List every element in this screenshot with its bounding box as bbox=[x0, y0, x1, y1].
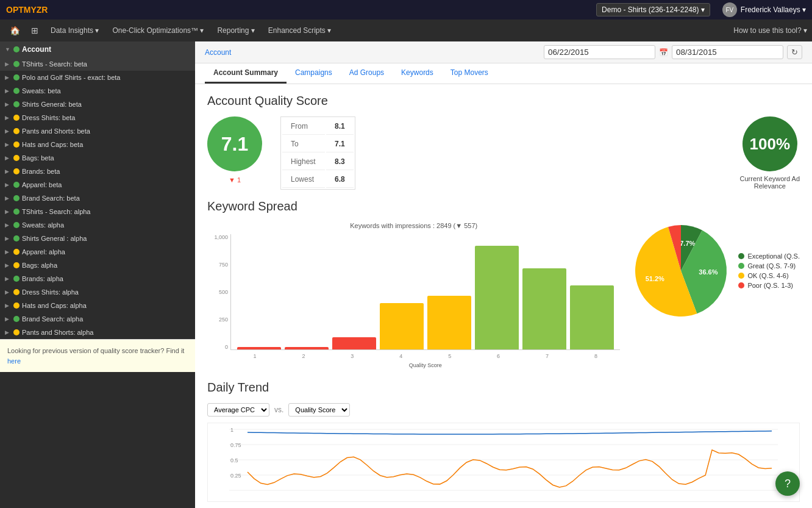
tab-account-summary[interactable]: Account Summary bbox=[205, 63, 287, 84]
tab-top-movers[interactable]: Top Movers bbox=[442, 63, 497, 84]
bar bbox=[380, 303, 424, 350]
trend-metric2-select[interactable]: Quality Score bbox=[288, 403, 350, 417]
chart-title: Keywords with impressions : 2849 (▼ 557) bbox=[207, 222, 620, 229]
legend-color bbox=[738, 282, 744, 288]
sidebar-item[interactable]: ▶ Dress Shirts: alpha bbox=[0, 285, 195, 299]
qs-number: 7.1 bbox=[221, 133, 248, 156]
pie-legend: Exceptional (Q.S. Great (Q.S. 7-9) OK (Q… bbox=[738, 252, 800, 289]
expand-arrow: ▶ bbox=[5, 302, 11, 309]
expand-arrow: ▶ bbox=[5, 182, 11, 188]
y-label: 1 bbox=[230, 427, 233, 433]
sidebar-item[interactable]: ▶ Sweats: alpha bbox=[0, 218, 195, 232]
note-link[interactable]: here bbox=[7, 357, 21, 365]
sidebar-item-label: Brand Search: alpha bbox=[22, 315, 83, 323]
campaign-status-dot bbox=[13, 168, 20, 174]
qs-relevance: 100% Current Keyword Ad Relevance bbox=[740, 116, 800, 190]
date-to-input[interactable] bbox=[672, 45, 783, 59]
sidebar-item[interactable]: ▶ Brands: alpha bbox=[0, 272, 195, 285]
expand-arrow: ▶ bbox=[5, 115, 11, 121]
x-axis-labels: 12345678 bbox=[230, 353, 620, 359]
refresh-button[interactable]: ↻ bbox=[787, 45, 802, 59]
trend-metric1-select[interactable]: Average CPC bbox=[207, 403, 269, 417]
campaign-status-dot bbox=[13, 101, 20, 107]
qs-value: 8.3 bbox=[326, 154, 354, 170]
sidebar-item[interactable]: ▶ Hats and Caps: beta bbox=[0, 138, 195, 151]
sidebar-item-label: TShirts - Search: beta bbox=[22, 60, 87, 68]
legend-label: OK (Q.S. 4-6) bbox=[747, 272, 788, 279]
qs-table-row: Highest8.3 bbox=[282, 154, 354, 170]
campaign-status-dot bbox=[13, 329, 20, 335]
main-layout: ▼ Account ▶ TShirts - Search: beta▶ Polo… bbox=[0, 41, 812, 508]
sidebar-item[interactable]: ▶ Hats and Caps: alpha bbox=[0, 299, 195, 312]
sidebar-item[interactable]: ▶ Sweats: beta bbox=[0, 84, 195, 98]
sidebar-item[interactable]: ▶ TShirts - Search: alpha bbox=[0, 205, 195, 218]
sidebar-item[interactable]: ▶ Bags: alpha bbox=[0, 259, 195, 272]
nav-help[interactable]: How to use this tool? ▾ bbox=[733, 26, 807, 35]
home-icon[interactable]: 🏠 bbox=[5, 26, 25, 35]
sidebar-item[interactable]: ▶ Bags: beta bbox=[0, 151, 195, 165]
sidebar-item-label: Shirts General: beta bbox=[22, 101, 82, 108]
avatar: FV bbox=[722, 2, 737, 17]
campaign-status-dot bbox=[13, 195, 20, 201]
user-name[interactable]: Frederick Vallaeys ▾ bbox=[741, 5, 806, 14]
legend-color bbox=[738, 273, 744, 279]
user-info: FV Frederick Vallaeys ▾ bbox=[722, 2, 806, 17]
sidebar-item-label: Apparel: beta bbox=[22, 181, 62, 188]
y-label: 0.75 bbox=[230, 442, 241, 448]
sidebar-item[interactable]: ▶ Pants and Shorts: alpha bbox=[0, 326, 195, 339]
qs-change: ▼ 1 bbox=[229, 176, 241, 184]
legend-color bbox=[738, 253, 744, 259]
sidebar-item-label: Bags: alpha bbox=[22, 262, 57, 269]
sidebar-item-label: Bags: beta bbox=[22, 154, 54, 162]
grid-icon[interactable]: ⊞ bbox=[26, 26, 43, 35]
campaign-status-dot bbox=[13, 141, 20, 148]
sidebar-item-label: TShirts - Search: alpha bbox=[22, 208, 91, 215]
demo-selector[interactable]: Demo - Shirts (236-124-2248) ▾ bbox=[596, 3, 710, 16]
expand-arrow: ▶ bbox=[5, 276, 11, 282]
tab-keywords[interactable]: Keywords bbox=[393, 63, 442, 84]
campaign-status-dot bbox=[13, 88, 20, 94]
pie-chart-area: 7.7%36.6%51.2% Exceptional (Q.S. Great (… bbox=[632, 222, 800, 320]
campaign-status-dot bbox=[13, 235, 20, 241]
trend-line-path bbox=[248, 431, 772, 434]
daily-trend-section: Daily Trend Average CPC vs. Quality Scor… bbox=[195, 378, 812, 508]
campaign-status-dot bbox=[13, 262, 20, 268]
nav-one-click[interactable]: One-Click Optimizations™ ▾ bbox=[106, 20, 210, 41]
chat-button[interactable]: ? bbox=[775, 471, 800, 496]
sidebar-item[interactable]: ▶ Shirts General: beta bbox=[0, 98, 195, 111]
sidebar-item[interactable]: ▶ Polo and Golf Shirts - exact: beta bbox=[0, 71, 195, 84]
expand-arrow: ▶ bbox=[5, 101, 11, 107]
sidebar-item-label: Polo and Golf Shirts - exact: beta bbox=[22, 74, 120, 81]
tab-campaigns[interactable]: Campaigns bbox=[287, 63, 341, 84]
tab-ad-groups[interactable]: Ad Groups bbox=[341, 63, 393, 84]
campaign-status-dot bbox=[13, 182, 20, 188]
sidebar-item[interactable]: ▶ Apparel: alpha bbox=[0, 245, 195, 259]
date-from-input[interactable] bbox=[544, 45, 655, 59]
bar bbox=[285, 347, 329, 349]
qs-circle: 7.1 bbox=[207, 116, 262, 171]
expand-arrow: ▶ bbox=[5, 74, 11, 80]
qs-table-row: From8.1 bbox=[282, 118, 354, 135]
expand-arrow: ▶ bbox=[5, 168, 11, 174]
sidebar-item[interactable]: ▶ Shirts General : alpha bbox=[0, 232, 195, 245]
nav-reporting[interactable]: Reporting ▾ bbox=[211, 20, 260, 41]
sidebar-item[interactable]: ▶ Brand Search: alpha bbox=[0, 312, 195, 326]
nav-enhanced-scripts[interactable]: Enhanced Scripts ▾ bbox=[262, 20, 337, 41]
qs-label: From bbox=[282, 118, 325, 135]
sidebar-item[interactable]: ▶ Dress Shirts: beta bbox=[0, 111, 195, 124]
sidebar-item[interactable]: ▶ Apparel: beta bbox=[0, 178, 195, 191]
legend-item: Great (Q.S. 7-9) bbox=[738, 262, 800, 270]
sidebar-item[interactable]: ▶ Pants and Shorts: beta bbox=[0, 124, 195, 138]
expand-arrow: ▶ bbox=[5, 155, 11, 161]
pie-label: 51.2% bbox=[646, 275, 664, 282]
sidebar-item[interactable]: ▶ TShirts - Search: beta bbox=[0, 57, 195, 71]
relevance-circle: 100% bbox=[743, 116, 797, 171]
pie-chart-svg: 7.7%36.6%51.2% bbox=[632, 222, 730, 320]
qs-label: To bbox=[282, 136, 325, 152]
nav-data-insights[interactable]: Data Insights ▾ bbox=[45, 20, 105, 41]
legend-item: Poor (Q.S. 1-3) bbox=[738, 282, 800, 289]
legend-label: Poor (Q.S. 1-3) bbox=[747, 282, 793, 289]
sidebar-account-item[interactable]: ▼ Account bbox=[0, 41, 195, 57]
sidebar-item[interactable]: ▶ Brand Search: beta bbox=[0, 191, 195, 205]
sidebar-item[interactable]: ▶ Brands: beta bbox=[0, 165, 195, 178]
